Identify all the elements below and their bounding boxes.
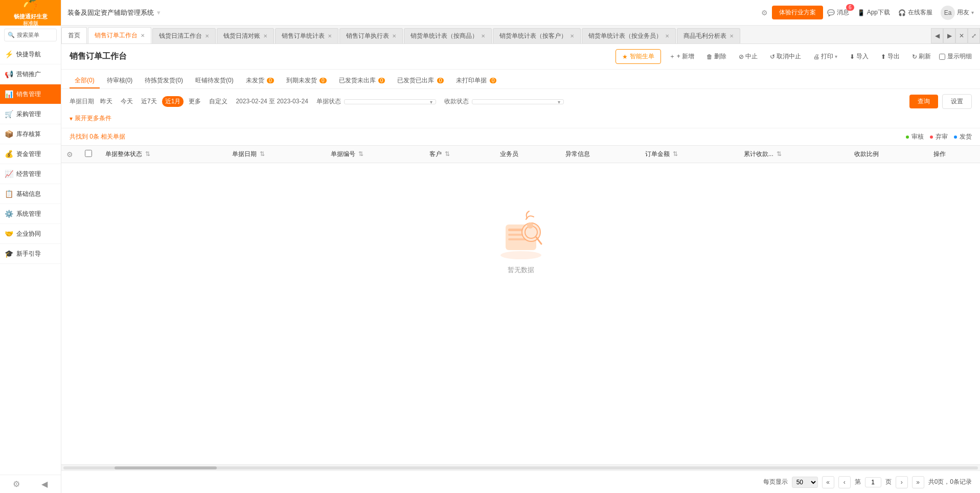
- sort-amount-icon[interactable]: ⇅: [673, 150, 678, 158]
- sort-collected-icon[interactable]: ⇅: [777, 150, 782, 158]
- topbar: 装备及固定资产辅助管理系统 ▾ ⚙ 体验行业方案 💬 6 消息 📱 App下载 …: [61, 0, 980, 26]
- first-page-btn[interactable]: «: [822, 476, 834, 488]
- subtab-wangpu-pending[interactable]: 旺铺待发货(0): [190, 74, 239, 88]
- sidebar-item-basic[interactable]: 📋 基础信息: [0, 184, 61, 204]
- shortcut-yesterday[interactable]: 昨天: [97, 96, 116, 107]
- sidebar-item-marketing[interactable]: 📢 营销推广: [0, 64, 61, 84]
- trial-btn[interactable]: 体验行业方案: [772, 6, 823, 19]
- export-btn[interactable]: ⬆ 导出: [877, 50, 904, 63]
- tab-scroll-right[interactable]: ▶: [943, 28, 955, 43]
- shortcut-7days[interactable]: 近7天: [138, 96, 160, 107]
- subtab-all[interactable]: 全部(0): [70, 74, 100, 88]
- tab-sales-exec[interactable]: 销售订单执行表 ✕: [339, 28, 403, 43]
- scroll-track[interactable]: [63, 466, 978, 469]
- smart-create-btn[interactable]: ★ 智能生单: [616, 49, 661, 64]
- abort-btn[interactable]: ⊘ 中止: [735, 50, 762, 63]
- abort-icon: ⊘: [739, 53, 744, 60]
- subtab-overdue-unshipped[interactable]: 到期未发货 0: [281, 74, 332, 88]
- shortcut-today[interactable]: 今天: [118, 96, 136, 107]
- sidebar-item-finance[interactable]: 💰 资金管理: [0, 144, 61, 164]
- print-btn[interactable]: 🖨 打印 ▾: [809, 50, 841, 63]
- tab-close-cash-daily[interactable]: ✕: [205, 33, 209, 39]
- collapse-btn[interactable]: ◀: [33, 479, 57, 489]
- shortcut-1month[interactable]: 近1月: [162, 96, 184, 107]
- sidebar-item-purchase[interactable]: 🛒 采购管理: [0, 104, 61, 124]
- page-number-input[interactable]: [865, 477, 881, 487]
- approve-dot: [906, 136, 909, 139]
- table-scroll-area[interactable]: ⚙ 单据整体状态 ⇅ 单据日期 ⇅: [61, 145, 980, 464]
- subtab-pending-review[interactable]: 待审核(0): [102, 74, 138, 88]
- filter-setting-btn[interactable]: 设置: [942, 94, 972, 109]
- settings-gear-icon[interactable]: ⚙: [761, 9, 768, 17]
- sidebar-item-operations[interactable]: 📈 经营管理: [0, 164, 61, 184]
- batch-ship-btn[interactable]: 发货: [954, 132, 972, 141]
- inventory-icon: 📦: [4, 129, 13, 139]
- status-select[interactable]: ▾: [344, 99, 436, 104]
- tab-sales-by-customer[interactable]: 销货单统计表（按客户） ✕: [493, 28, 581, 43]
- display-detail-toggle[interactable]: 显示明细: [939, 52, 972, 61]
- sidebar-item-cooperation[interactable]: 🤝 企业协同: [0, 224, 61, 244]
- user-menu[interactable]: Ea 用友 ▾: [941, 6, 974, 20]
- query-btn[interactable]: 查询: [909, 95, 938, 108]
- tab-close-by-product[interactable]: ✕: [481, 33, 485, 39]
- tab-close-cash-reconcile[interactable]: ✕: [263, 33, 267, 39]
- app-download-btn[interactable]: 📱 App下载: [857, 8, 890, 17]
- subtab-unprinted[interactable]: 未打印单据 0: [451, 74, 502, 88]
- online-service-btn[interactable]: 🎧 在线客服: [898, 8, 932, 17]
- tab-sales-order-workspace[interactable]: 销售订单工作台 ✕: [88, 27, 151, 43]
- column-settings-icon[interactable]: ⚙: [66, 150, 73, 159]
- sidebar-item-system[interactable]: ⚙️ 系统管理: [0, 204, 61, 224]
- tab-close-by-customer[interactable]: ✕: [570, 33, 574, 39]
- tab-close-sales-exec[interactable]: ✕: [392, 33, 396, 39]
- subtab-unshipped[interactable]: 未发货 0: [241, 74, 279, 88]
- prev-page-btn[interactable]: ‹: [838, 476, 851, 488]
- select-all-checkbox[interactable]: [85, 150, 92, 157]
- subtab-shipped-not-out[interactable]: 已发货未出库 0: [334, 74, 391, 88]
- last-page-btn[interactable]: »: [912, 476, 924, 488]
- horizontal-scrollbar[interactable]: [61, 464, 980, 470]
- refresh-btn[interactable]: ↻ 刷新: [908, 50, 935, 63]
- message-btn[interactable]: 💬 6 消息: [827, 8, 849, 17]
- sidebar-item-sales[interactable]: 📊 销售管理: [0, 84, 61, 104]
- shortcut-more[interactable]: 更多: [186, 96, 204, 107]
- tab-cash-reconcile[interactable]: 钱货日清对账 ✕: [217, 28, 274, 43]
- tab-close-all[interactable]: ✕: [955, 28, 968, 43]
- tab-close-sales-stat[interactable]: ✕: [328, 33, 332, 39]
- sidebar-item-quick-nav[interactable]: ⚡ 快捷导航: [0, 44, 61, 64]
- tab-sales-stat[interactable]: 销售订单统计表 ✕: [275, 28, 338, 43]
- tab-close-sales-order[interactable]: ✕: [141, 33, 145, 38]
- payment-select[interactable]: ▾: [472, 99, 564, 104]
- tab-sales-by-salesperson[interactable]: 销货单统计表（按业务员） ✕: [582, 28, 676, 43]
- subtab-pending-pick[interactable]: 待拣货发货(0): [140, 74, 188, 88]
- next-page-btn[interactable]: ›: [896, 476, 908, 488]
- batch-unapprove-btn[interactable]: 弃审: [930, 132, 948, 141]
- sort-customer-icon[interactable]: ⇅: [445, 150, 450, 158]
- sort-status-icon[interactable]: ⇅: [145, 150, 150, 158]
- shortcut-custom[interactable]: 自定义: [206, 96, 231, 107]
- scroll-thumb[interactable]: [115, 466, 217, 469]
- tab-fullscreen[interactable]: ⤢: [968, 28, 980, 43]
- display-detail-checkbox[interactable]: [939, 54, 945, 60]
- tab-cash-daily-clear[interactable]: 钱货日清工作台 ✕: [152, 28, 216, 43]
- tab-gross-profit[interactable]: 商品毛利分析表 ✕: [677, 28, 740, 43]
- sort-number-icon[interactable]: ⇅: [358, 150, 363, 158]
- import-btn[interactable]: ⬇ 导入: [846, 50, 873, 63]
- tab-home[interactable]: 首页: [61, 27, 87, 43]
- tab-scroll-left[interactable]: ◀: [931, 28, 943, 43]
- search-menu-btn[interactable]: 🔍 搜索菜单: [4, 29, 57, 41]
- page-size-select[interactable]: 50 100 200: [792, 477, 818, 488]
- tab-close-gross-profit[interactable]: ✕: [730, 33, 734, 39]
- tab-sales-by-product[interactable]: 销货单统计表（按商品） ✕: [404, 28, 492, 43]
- subtab-shipped-out[interactable]: 已发货已出库 0: [392, 74, 449, 88]
- add-btn[interactable]: ＋ + 新增: [665, 50, 698, 63]
- sort-date-icon[interactable]: ⇅: [260, 150, 265, 158]
- expand-filter-btn[interactable]: ▾ 展开更多条件: [70, 114, 111, 123]
- sidebar-item-inventory[interactable]: 📦 库存核算: [0, 124, 61, 144]
- sidebar-item-guide[interactable]: 🎓 新手引导: [0, 244, 61, 264]
- cancel-abort-btn[interactable]: ↺ 取消中止: [766, 50, 805, 63]
- batch-approve-btn[interactable]: 审核: [906, 132, 924, 141]
- tab-close-by-salesperson[interactable]: ✕: [665, 33, 669, 39]
- settings-btn[interactable]: ⚙: [4, 479, 29, 489]
- message-icon: 💬: [827, 9, 835, 16]
- delete-btn[interactable]: 🗑 删除: [702, 50, 731, 63]
